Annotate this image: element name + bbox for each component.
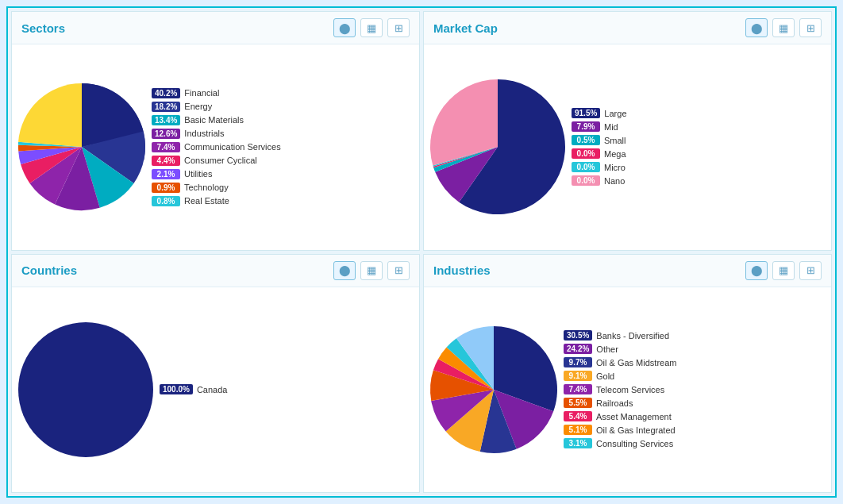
small-badge: 0.5%: [572, 135, 600, 145]
large-label: Large: [604, 109, 626, 118]
basic-materials-badge: 13.4%: [152, 115, 180, 125]
legend-oil-gas-integrated: 5.1% Oil & Gas Integrated: [564, 425, 825, 435]
energy-label: Energy: [184, 102, 212, 111]
dashboard: Sectors ⬤ ▦ ⊞: [6, 6, 837, 498]
legend-mega: 0.0% Mega: [572, 148, 825, 159]
sectors-bar-icon[interactable]: ▦: [360, 18, 383, 37]
legend-asset-management: 5.4% Asset Management: [564, 411, 825, 421]
legend-telecom-services: 7.4% Telecom Services: [564, 384, 825, 394]
banks-diversified-badge: 30.5%: [564, 330, 592, 340]
industries-title: Industries: [433, 264, 491, 277]
sectors-pie-icon[interactable]: ⬤: [333, 18, 356, 37]
legend-consulting-services: 3.1% Consulting Services: [564, 438, 825, 448]
nano-label: Nano: [604, 176, 625, 186]
canada-badge: 100.0%: [160, 384, 193, 394]
legend-micro: 0.0% Micro: [572, 162, 825, 172]
canada-label: Canada: [197, 385, 228, 394]
market-cap-pie-icon[interactable]: ⬤: [745, 18, 768, 37]
legend-gold: 9.1% Gold: [564, 371, 825, 381]
sectors-icons: ⬤ ▦ ⊞: [333, 18, 410, 37]
comm-services-label: Communication Services: [184, 142, 281, 152]
legend-mid: 7.9% Mid: [572, 121, 825, 132]
real-estate-label: Real Estate: [184, 196, 229, 206]
market-cap-panel: Market Cap ⬤ ▦ ⊞: [423, 11, 832, 251]
market-cap-header: Market Cap ⬤ ▦ ⊞: [424, 12, 831, 44]
countries-body: 100.0% Canada: [12, 287, 419, 493]
industries-chart: [430, 326, 557, 453]
market-cap-body: 91.5% Large 7.9% Mid 0.5% Small 0.0% Meg…: [424, 44, 831, 250]
large-badge: 91.5%: [572, 108, 600, 118]
industries-body: 30.5% Banks - Diversified 24.2% Other 9.…: [424, 287, 831, 493]
market-cap-table-icon[interactable]: ⊞: [799, 18, 822, 37]
industries-icons: ⬤ ▦ ⊞: [745, 261, 822, 280]
small-label: Small: [604, 136, 626, 145]
sectors-legend: 40.2% Financial 18.2% Energy 13.4% Basic…: [145, 88, 413, 206]
sectors-header: Sectors ⬤ ▦ ⊞: [12, 12, 419, 44]
market-cap-legend: 91.5% Large 7.9% Mid 0.5% Small 0.0% Meg…: [565, 108, 825, 186]
sectors-table-icon[interactable]: ⊞: [387, 18, 410, 37]
bottom-row: Countries ⬤ ▦ ⊞ 100.0% Canada: [11, 254, 832, 494]
railroads-label: Railroads: [596, 398, 633, 408]
sectors-title: Sectors: [21, 21, 65, 35]
mid-label: Mid: [604, 122, 618, 132]
countries-icons: ⬤ ▦ ⊞: [333, 261, 410, 280]
utilities-badge: 2.1%: [152, 169, 180, 179]
technology-label: Technology: [184, 183, 229, 192]
nano-badge: 0.0%: [572, 175, 600, 186]
market-cap-icons: ⬤ ▦ ⊞: [745, 18, 822, 37]
asset-management-label: Asset Management: [596, 412, 672, 421]
mega-label: Mega: [604, 149, 626, 159]
consumer-cyclical-label: Consumer Cyclical: [184, 156, 257, 165]
svg-point-0: [18, 322, 153, 457]
countries-table-icon[interactable]: ⊞: [387, 261, 410, 280]
asset-management-badge: 5.4%: [564, 411, 592, 421]
legend-small: 0.5% Small: [572, 135, 825, 145]
oil-gas-integrated-label: Oil & Gas Integrated: [596, 425, 676, 435]
legend-consumer-cyclical: 4.4% Consumer Cyclical: [152, 156, 413, 166]
mid-badge: 7.9%: [572, 121, 600, 132]
legend-banks-diversified: 30.5% Banks - Diversified: [564, 330, 825, 340]
legend-energy: 18.2% Energy: [152, 102, 413, 112]
micro-label: Micro: [604, 163, 626, 172]
industries-pie-icon[interactable]: ⬤: [745, 261, 768, 280]
telecom-services-label: Telecom Services: [596, 385, 664, 394]
industries-panel: Industries ⬤ ▦ ⊞: [423, 254, 832, 494]
market-cap-bar-icon[interactable]: ▦: [772, 18, 795, 37]
countries-header: Countries ⬤ ▦ ⊞: [12, 255, 419, 287]
sectors-body: 40.2% Financial 18.2% Energy 13.4% Basic…: [12, 44, 419, 250]
legend-utilities: 2.1% Utilities: [152, 169, 413, 179]
countries-chart: [18, 322, 153, 457]
industries-bar-icon[interactable]: ▦: [772, 261, 795, 280]
consulting-services-label: Consulting Services: [596, 439, 673, 448]
legend-financial: 40.2% Financial: [152, 88, 413, 98]
legend-industrials: 12.6% Industrials: [152, 129, 413, 139]
industrials-label: Industrials: [184, 129, 224, 138]
oil-gas-midstream-badge: 9.7%: [564, 357, 592, 367]
top-row: Sectors ⬤ ▦ ⊞: [11, 11, 832, 251]
consulting-services-badge: 3.1%: [564, 438, 592, 448]
industries-table-icon[interactable]: ⊞: [799, 261, 822, 280]
oil-gas-midstream-label: Oil & Gas Midstream: [596, 358, 676, 367]
legend-other: 24.2% Other: [564, 344, 825, 354]
market-cap-title: Market Cap: [433, 21, 498, 35]
legend-railroads: 5.5% Railroads: [564, 398, 825, 408]
basic-materials-label: Basic Materials: [184, 115, 244, 125]
mega-badge: 0.0%: [572, 148, 600, 159]
telecom-services-badge: 7.4%: [564, 384, 592, 394]
industrials-badge: 12.6%: [152, 129, 180, 139]
legend-nano: 0.0% Nano: [572, 175, 825, 186]
legend-comm-services: 7.4% Communication Services: [152, 142, 413, 152]
real-estate-badge: 0.8%: [152, 196, 180, 206]
gold-label: Gold: [596, 371, 614, 381]
countries-panel: Countries ⬤ ▦ ⊞ 100.0% Canada: [11, 254, 420, 494]
industries-legend: 30.5% Banks - Diversified 24.2% Other 9.…: [557, 330, 825, 448]
energy-badge: 18.2%: [152, 102, 180, 112]
utilities-label: Utilities: [184, 169, 212, 179]
legend-basic-materials: 13.4% Basic Materials: [152, 115, 413, 125]
countries-pie-icon[interactable]: ⬤: [333, 261, 356, 280]
banks-diversified-label: Banks - Diversified: [596, 331, 669, 340]
countries-bar-icon[interactable]: ▦: [360, 261, 383, 280]
countries-title: Countries: [21, 264, 77, 277]
technology-badge: 0.9%: [152, 183, 180, 193]
legend-technology: 0.9% Technology: [152, 183, 413, 193]
